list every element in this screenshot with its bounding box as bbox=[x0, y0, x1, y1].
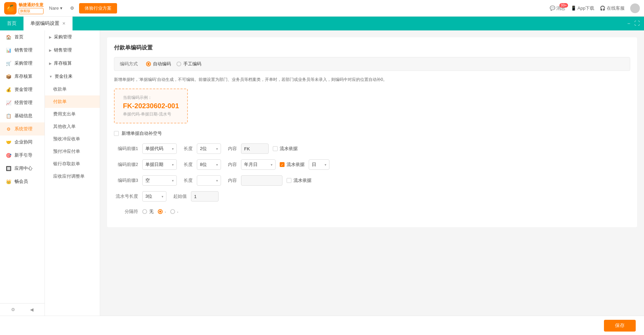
logo-icon: 🍊 bbox=[4, 2, 17, 15]
corp-icon: 🤝 bbox=[6, 139, 12, 145]
sidebar-item-sales[interactable]: 📊 销售管理 bbox=[0, 44, 45, 57]
serial-row: 流水号长度 3位 ▾ 起始值 1 bbox=[114, 191, 630, 202]
tab-encode-settings[interactable]: 单据编码设置 ✕ bbox=[23, 17, 73, 30]
info-text: 新增单据时，'单据编码'自动生成，不可编辑。前缀设置为部门、业务员等档案类，开单… bbox=[114, 76, 630, 83]
tab-close-icon[interactable]: ✕ bbox=[62, 21, 66, 26]
sidebar-item-system-label: 系统管理 bbox=[15, 126, 32, 132]
form-row2-length-select[interactable]: 8位 ▾ bbox=[197, 159, 221, 170]
message-count-badge: 99+ bbox=[559, 3, 568, 8]
form-row1-length-label: 长度 bbox=[184, 146, 193, 152]
serial-length-select[interactable]: 3位 ▾ bbox=[142, 191, 166, 202]
message-icon[interactable]: 💬 消息 99+ bbox=[550, 5, 566, 11]
form-row2-select-value: 单据日期 bbox=[145, 161, 163, 168]
radio-auto-encode[interactable]: 自动编码 bbox=[146, 61, 171, 67]
sub-item-expense[interactable]: 费用支出单 bbox=[45, 108, 100, 120]
sidebar-item-basic-info[interactable]: 📋 基础信息 bbox=[0, 109, 45, 122]
serial-label-3: 流水依据 bbox=[294, 177, 311, 184]
sep-radio-none[interactable]: 无 bbox=[142, 208, 154, 215]
sidebar-item-appcenter[interactable]: 🔲 应用中心 bbox=[0, 162, 45, 175]
logo-title: 畅捷通好生意 bbox=[19, 2, 44, 8]
sub-header-finance[interactable]: ▼ 资金往来 bbox=[45, 70, 100, 83]
sub-item-pre-offset-receivable[interactable]: 预收冲应收单 bbox=[45, 133, 100, 145]
serial-period-select[interactable]: 日 ▾ bbox=[309, 159, 329, 170]
minimize-icon[interactable]: － bbox=[626, 20, 632, 27]
serial-check-box-3[interactable] bbox=[287, 178, 291, 183]
sub-sidebar-group-sales: ▶ 销售管理 bbox=[45, 44, 100, 57]
sub-item-bank-deposit[interactable]: 银行存取款单 bbox=[45, 158, 100, 170]
sidebar-item-basicinfo-label: 基础信息 bbox=[15, 113, 32, 119]
tab-home[interactable]: 首页 bbox=[0, 17, 23, 30]
sub-item-pre-offset-payable[interactable]: 预付冲应付单 bbox=[45, 145, 100, 158]
serial-length-label: 流水号长度 bbox=[114, 193, 138, 199]
form-row3-length-select[interactable]: ▾ bbox=[197, 175, 221, 186]
form-row-2: 编码前缀2 单据日期 ▾ 长度 8位 ▾ 内容 年月日 ▾ ✓ bbox=[114, 159, 630, 170]
sep-radio-none-dot bbox=[142, 209, 147, 214]
user-avatar[interactable] bbox=[630, 3, 640, 13]
nav-dropdown[interactable]: Nare ▾ bbox=[46, 4, 65, 12]
sub-item-receipt[interactable]: 收款单 bbox=[45, 83, 100, 95]
sep-radio-dot2-dot bbox=[170, 209, 175, 214]
sep-radio-dot2[interactable]: · bbox=[170, 209, 179, 214]
collapse-sidebar-icon[interactable]: ◀ bbox=[30, 307, 33, 312]
form-row2-serial-check[interactable]: ✓ 流水依据 bbox=[280, 161, 305, 168]
home-icon: 🏠 bbox=[6, 34, 12, 40]
form-row2-length-label: 长度 bbox=[184, 161, 193, 168]
inventory-icon: 📦 bbox=[6, 73, 12, 80]
maximize-icon[interactable]: ⛶ bbox=[634, 20, 640, 27]
sidebar-item-business[interactable]: 📈 经营管理 bbox=[0, 96, 45, 109]
form-row3-length-label: 长度 bbox=[184, 177, 193, 184]
form-row1-select[interactable]: 单据代码 ▾ bbox=[142, 143, 177, 154]
sub-item-other-income[interactable]: 其他收入单 bbox=[45, 120, 100, 133]
serial-check-box-1[interactable] bbox=[273, 146, 278, 151]
gear-icon: ⚙ bbox=[70, 6, 74, 11]
arrow-purchase: ▶ bbox=[49, 35, 52, 39]
sub-item-pre-offset-payable-label: 预付冲应付单 bbox=[53, 149, 80, 154]
radio-manual-label: 手工编码 bbox=[183, 61, 201, 67]
radio-manual-encode[interactable]: 手工编码 bbox=[176, 61, 201, 67]
sidebar-item-inventory[interactable]: 📦 库存核算 bbox=[0, 70, 45, 83]
sub-item-ap-adjust[interactable]: 应收应付调整单 bbox=[45, 170, 100, 183]
sub-header-purchase[interactable]: ▶ 采购管理 bbox=[45, 30, 100, 44]
sidebar-item-purchase[interactable]: 🛒 采购管理 bbox=[0, 57, 45, 70]
form-row3-select[interactable]: 空 ▾ bbox=[142, 175, 177, 186]
auto-fill-checkbox[interactable] bbox=[114, 131, 119, 136]
industry-button[interactable]: 体验行业方案 bbox=[79, 3, 117, 13]
form-row1-label: 编码前缀1 bbox=[114, 146, 138, 152]
sidebar-item-home-label: 首页 bbox=[15, 34, 23, 40]
save-button[interactable]: 保存 bbox=[604, 320, 636, 332]
serial-check-box-2[interactable]: ✓ bbox=[280, 162, 285, 167]
form-row2-label: 编码前缀2 bbox=[114, 161, 138, 168]
sidebar-item-finance[interactable]: 💰 资金管理 bbox=[0, 83, 45, 96]
main-content: 付款单编码设置 编码方式 自动编码 手工编码 新增单据时，'单据编码'自动生成，… bbox=[100, 30, 644, 316]
start-value-input[interactable]: 1 bbox=[191, 191, 219, 202]
sidebar-item-member[interactable]: 👑 畅会员 bbox=[0, 175, 45, 188]
sep-radio-dot[interactable]: · bbox=[158, 209, 166, 214]
settings-bottom-icon[interactable]: ⚙ bbox=[11, 307, 15, 312]
online-service-link[interactable]: 🎧 在线客服 bbox=[600, 5, 625, 11]
app-download-link[interactable]: 📱 App下载 bbox=[571, 5, 594, 11]
form-row2-content-value: 年月日 bbox=[244, 161, 258, 168]
main-layout: 🏠 首页 📊 销售管理 🛒 采购管理 📦 库存核算 💰 资金管理 📈 经营管理 … bbox=[0, 30, 644, 316]
sidebar-item-corp[interactable]: 🤝 企业协同 bbox=[0, 136, 45, 149]
start-value-text: 1 bbox=[194, 194, 196, 199]
sidebar-item-corp-label: 企业协同 bbox=[15, 139, 32, 145]
form-row1-length-select[interactable]: 2位 ▾ bbox=[197, 143, 221, 154]
sidebar-item-home[interactable]: 🏠 首页 bbox=[0, 30, 45, 44]
sidebar-item-system[interactable]: ⚙ 系统管理 bbox=[0, 122, 45, 136]
sub-item-payment[interactable]: 付款单 bbox=[45, 95, 100, 108]
preview-code: FK-20230602-001 bbox=[123, 102, 179, 110]
chevron-down-icon: ▾ bbox=[60, 6, 63, 11]
form-row2-select[interactable]: 单据日期 ▾ bbox=[142, 159, 177, 170]
sub-header-sales[interactable]: ▶ 销售管理 bbox=[45, 44, 100, 57]
logo-badge: 旗舰版 bbox=[19, 8, 44, 14]
sep-radio-dot-dot bbox=[158, 209, 163, 214]
form-row1-content-text: FK bbox=[244, 146, 250, 151]
separator-label: 分隔符 bbox=[114, 208, 138, 215]
form-row1-serial-check[interactable]: 流水依据 bbox=[273, 146, 298, 152]
sub-header-inventory[interactable]: ▶ 库存核算 bbox=[45, 57, 100, 70]
form-row2-content-select[interactable]: 年月日 ▾ bbox=[241, 159, 276, 170]
form-row3-serial-check[interactable]: 流水依据 bbox=[287, 177, 311, 184]
chevron-down-icon-2d: ▾ bbox=[325, 163, 326, 167]
sidebar-item-guide[interactable]: 🎯 新手引导 bbox=[0, 149, 45, 162]
settings-icon[interactable]: ⚙ bbox=[67, 3, 78, 14]
